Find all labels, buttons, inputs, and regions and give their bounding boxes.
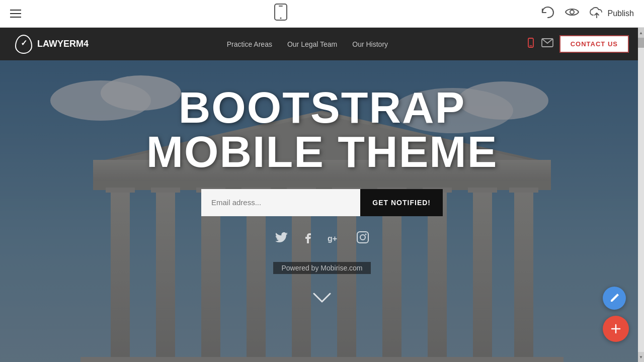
get-notified-button[interactable]: GET NOTIFIED!: [360, 189, 443, 216]
mobile-preview-icon[interactable]: [274, 3, 288, 25]
email-input[interactable]: [201, 189, 360, 216]
nav-legal-team[interactable]: Our Legal Team: [287, 40, 337, 48]
nav-links: Practice Areas Our Legal Team Our Histor…: [227, 40, 388, 48]
scrollbar-track: [638, 28, 644, 362]
nav-our-history[interactable]: Our History: [352, 40, 388, 48]
hero-form: GET NOTIFIED!: [201, 189, 443, 216]
svg-point-2: [280, 17, 281, 19]
scroll-down-chevron[interactable]: [313, 291, 331, 307]
svg-text:g+: g+: [328, 234, 337, 243]
hero-section: BOOTSTRAP MOBILE THEME GET NOTIFIED! g+: [0, 60, 644, 362]
social-icons: g+: [275, 231, 369, 247]
preview-eye-icon[interactable]: [565, 7, 580, 21]
toolbar-center: [274, 3, 288, 25]
phone-icon[interactable]: [526, 38, 535, 50]
svg-rect-41: [357, 232, 368, 243]
brand-logo[interactable]: ✓ LAWYERM4: [15, 35, 89, 54]
powered-by-text: Powered by Mobirise.com: [273, 262, 370, 274]
google-plus-icon[interactable]: g+: [328, 231, 343, 247]
cloud-upload-icon: [590, 7, 604, 20]
shield-icon: ✓: [15, 35, 32, 54]
hero-title-line1: BOOTSTRAP: [179, 82, 465, 132]
publish-label: Publish: [608, 9, 634, 18]
navbar: ✓ LAWYERM4 Practice Areas Our Legal Team…: [0, 28, 644, 60]
toolbar: Publish: [0, 0, 644, 28]
fab-edit-button[interactable]: [603, 287, 626, 310]
scrollbar-arrow-up[interactable]: ▲: [638, 28, 644, 38]
hero-title: BOOTSTRAP MOBILE THEME: [146, 85, 498, 174]
svg-point-3: [570, 10, 574, 14]
contact-us-button[interactable]: CONTACT US: [559, 35, 629, 53]
brand-name: LAWYERM4: [37, 39, 89, 49]
toolbar-right: Publish: [540, 6, 634, 21]
hero-content: BOOTSTRAP MOBILE THEME GET NOTIFIED! g+: [146, 85, 498, 307]
scrollbar-arrow-down[interactable]: ▼: [638, 352, 644, 362]
nav-practice-areas[interactable]: Practice Areas: [227, 40, 272, 48]
svg-point-43: [365, 233, 367, 235]
undo-icon[interactable]: [540, 6, 554, 21]
navbar-icons: CONTACT US: [526, 35, 629, 53]
fab-add-button[interactable]: [603, 316, 629, 342]
hamburger-menu[interactable]: [10, 10, 21, 18]
toolbar-left: [10, 10, 21, 18]
svg-point-42: [360, 235, 365, 240]
facebook-icon[interactable]: [302, 231, 313, 247]
publish-button[interactable]: Publish: [590, 7, 634, 20]
twitter-icon[interactable]: [275, 231, 288, 247]
fab-container: [603, 287, 629, 342]
mail-icon[interactable]: [541, 38, 553, 50]
instagram-icon[interactable]: [357, 231, 369, 247]
hero-title-line2: MOBILE THEME: [146, 127, 498, 176]
